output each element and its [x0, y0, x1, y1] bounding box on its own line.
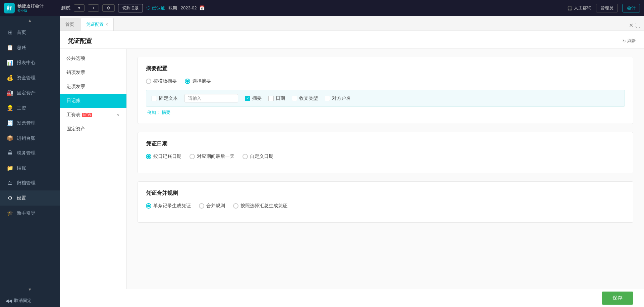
sidebar-scroll-up[interactable]: ▲ [0, 16, 60, 25]
admin-button[interactable]: 管理员 [596, 4, 618, 12]
page-footer: 保存 [60, 289, 644, 307]
radio-custom-date-label: 自定义日期 [250, 154, 273, 160]
sidebar-item-tax[interactable]: 🏛 税务管理 [0, 146, 60, 161]
content-area: 首页 凭证配置 × ✕ ⛶ 凭证配置 ↻ 刷新 [60, 16, 644, 307]
example-prefix: 例如： [147, 110, 160, 115]
settings-button[interactable]: ⚙ [102, 4, 115, 12]
sidebar-label-settings: 设置 [17, 195, 26, 201]
sidebar-item-guide[interactable]: 🎓 新手引导 [0, 206, 60, 221]
sidebar-item-inventory[interactable]: 📦 进销台账 [0, 131, 60, 146]
sidebar-item-payroll[interactable]: 👷 工资 [0, 100, 60, 116]
left-nav: 公共选项 销项发票 进项发票 日记账 工资表NEW ∨ [60, 49, 127, 289]
checkbox-summary[interactable]: ✓ 摘要 [245, 95, 262, 101]
sidebar-scroll-down[interactable]: ▼ [0, 285, 60, 294]
refresh-button[interactable]: ↻ 刷新 [622, 38, 636, 44]
archive-icon: 🗂 [7, 180, 13, 186]
checkbox-payment-type-label: 收支类型 [299, 95, 318, 101]
switch-old-version-button[interactable]: 切到旧版 [118, 4, 143, 12]
radio-aggregate[interactable]: 按照选择汇总生成凭证 [233, 203, 287, 209]
radio-select-summary[interactable]: 选择摘要 [185, 78, 211, 84]
config-area: 摘要配置 按模版摘要 选择摘要 [127, 49, 644, 289]
consult-label: 人工咨询 [574, 5, 591, 11]
sidebar-item-settings[interactable]: ⚙ 设置 [0, 190, 60, 206]
left-nav-public[interactable]: 公共选项 [60, 51, 126, 65]
tab-voucher-config-label: 凭证配置 [86, 21, 104, 28]
checkbox-payment-type[interactable]: 收支类型 [292, 95, 318, 101]
dropdown-toggle[interactable]: ▾ [74, 4, 85, 12]
left-nav-purchase-invoice-label: 进项发票 [66, 84, 85, 89]
sidebar-item-funds[interactable]: 💰 资金管理 [0, 70, 60, 85]
sidebar-item-archive[interactable]: 🗂 归档管理 [0, 176, 60, 190]
left-nav-purchase-invoice[interactable]: 进项发票 [60, 80, 126, 94]
sidebar-item-invoice[interactable]: 🧾 发票管理 [0, 116, 60, 131]
page-body: 公共选项 销项发票 进项发票 日记账 工资表NEW ∨ [60, 49, 644, 289]
chevron-down-icon: ∨ [117, 113, 120, 117]
expand-window-button[interactable]: ⛶ [635, 23, 641, 29]
summary-radio-group: 按模版摘要 选择摘要 [146, 78, 625, 84]
consult-button[interactable]: 🎧 人工咨询 [567, 5, 591, 11]
left-nav-sales-invoice[interactable]: 销项发票 [60, 65, 126, 80]
radio-custom-date[interactable]: 自定义日期 [243, 154, 273, 160]
radio-template-circle [146, 79, 151, 84]
invoice-icon: 🧾 [7, 120, 13, 126]
radio-period-last-day-circle [190, 154, 195, 159]
shield-icon: 🛡 [146, 6, 151, 11]
page-content: 凭证配置 ↻ 刷新 公共选项 销项发票 进项发票 [60, 31, 644, 307]
sidebar-label-ledger: 总账 [17, 45, 26, 51]
headset-icon: 🎧 [567, 6, 573, 11]
cancel-fixed-button[interactable]: ◀◀ 取消固定 [0, 294, 60, 307]
company-name: 测试 [61, 5, 70, 11]
add-button[interactable]: + [88, 4, 99, 12]
logo-main: 畅捷通好会计 [17, 3, 44, 9]
radio-merge-rule[interactable]: 合并规则 [199, 203, 225, 209]
tab-home-label: 首页 [65, 21, 74, 28]
checkbox-fixed-text[interactable]: 固定文本 [152, 95, 178, 101]
radio-template-summary[interactable]: 按模版摘要 [146, 78, 177, 84]
cancel-fixed-label: 取消固定 [14, 298, 32, 304]
inventory-icon: 📦 [7, 135, 13, 141]
left-nav-fixed-assets[interactable]: 固定资产 [60, 122, 126, 136]
sidebar-item-home[interactable]: ⊞ 首页 [0, 25, 60, 40]
tab-home[interactable]: 首页 [60, 18, 80, 31]
radio-journal-date-circle [146, 154, 151, 159]
sidebar-label-home: 首页 [17, 30, 26, 36]
left-nav-journal[interactable]: 日记账 [60, 94, 126, 108]
tab-voucher-config[interactable]: 凭证配置 × [80, 18, 114, 31]
sidebar-item-ledger[interactable]: 📋 总账 [0, 40, 60, 55]
sidebar-item-reports[interactable]: 📊 报表中心 [0, 55, 60, 70]
left-nav-public-label: 公共选项 [66, 55, 85, 61]
pin-icon: ◀◀ [5, 298, 12, 303]
radio-period-last-day[interactable]: 对应期间最后一天 [190, 154, 234, 160]
radio-single-record[interactable]: 单条记录生成凭证 [146, 203, 191, 209]
radio-merge-rule-circle [199, 203, 204, 209]
checkbox-counterparty[interactable]: 对方户名 [325, 95, 351, 101]
accountant-button[interactable]: 会计 [623, 4, 640, 12]
sidebar: ▲ ⊞ 首页 📋 总账 📊 报表中心 💰 资金管理 🏭 固定资产 [0, 16, 60, 307]
radio-single-record-label: 单条记录生成凭证 [153, 203, 191, 209]
radio-single-record-circle [146, 203, 151, 209]
sidebar-item-fixed-assets[interactable]: 🏭 固定资产 [0, 85, 60, 100]
close-window-button[interactable]: ✕ [629, 22, 633, 29]
save-button[interactable]: 保存 [602, 292, 633, 305]
sidebar-label-inventory: 进销台账 [17, 135, 36, 141]
date-radio-group: 按日记账日期 对应期间最后一天 自定义日期 [146, 154, 625, 160]
header-right: 🎧 人工咨询 管理员 会计 [567, 4, 640, 12]
merge-radio-group: 单条记录生成凭证 合并规则 按照选择汇总生成凭证 [146, 203, 625, 209]
left-nav-payroll-table[interactable]: 工资表NEW ∨ [60, 108, 126, 122]
funds-icon: 💰 [7, 75, 13, 81]
date-section: 凭证日期 按日记账日期 对应期间最后一天 [138, 132, 633, 173]
left-nav-fixed-assets-label: 固定资产 [66, 126, 85, 131]
fixed-text-input[interactable] [184, 94, 238, 102]
radio-journal-date[interactable]: 按日记账日期 [146, 154, 181, 160]
radio-custom-date-circle [243, 154, 248, 159]
page-title: 凭证配置 [68, 37, 92, 45]
close-tab-icon[interactable]: × [106, 22, 108, 27]
tabs-bar: 首页 凭证配置 × ✕ ⛶ [60, 16, 644, 31]
period-value: 2023-02 [181, 5, 197, 10]
header-center: 测试 ▾ + ⚙ 切到旧版 🛡 已认证 账期 2023-02 📅 [61, 4, 564, 12]
checkbox-date[interactable]: 日期 [268, 95, 285, 101]
reports-icon: 📊 [7, 59, 13, 66]
refresh-icon: ↻ [622, 39, 626, 44]
tabs-actions: ✕ ⛶ [629, 22, 644, 31]
sidebar-item-close[interactable]: 📁 结账 [0, 161, 60, 176]
